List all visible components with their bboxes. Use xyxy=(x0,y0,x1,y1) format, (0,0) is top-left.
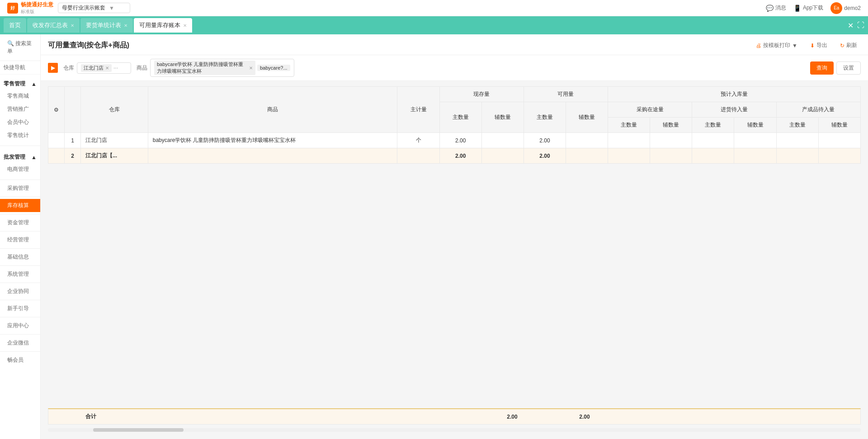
export-label: 导出 xyxy=(816,42,827,49)
content-area: 可用量查询(按仓库+商品) 🖨 按模板打印 ▼ ⬇ 导出 ↻ 刷新 ▶ xyxy=(41,34,868,439)
sidebar-item-marketing[interactable]: 营销推广 xyxy=(0,103,40,116)
warehouse-tag: 江北门店 ✕ xyxy=(81,64,112,72)
refresh-icon: ↻ xyxy=(840,42,844,49)
sidebar-search-area: 🔍 搜索菜单 xyxy=(0,34,40,61)
subtotal-stock-aux xyxy=(481,148,524,164)
sidebar-item-finance[interactable]: 资金管理 xyxy=(0,216,40,229)
product-extra-text: babycare?... xyxy=(260,65,288,71)
th-in-main: 主数量 xyxy=(692,118,734,133)
sidebar-item-newbie[interactable]: 新手引导 xyxy=(0,302,40,315)
divider-1 xyxy=(0,146,40,146)
query-btn[interactable]: 查询 xyxy=(810,61,834,75)
total-avail-main: 2.00 xyxy=(566,414,603,420)
print-label: 按模板打印 xyxy=(763,42,790,49)
print-icon: 🖨 xyxy=(756,42,761,49)
enterprise-select[interactable]: 母婴行业演示账套 ▼ xyxy=(58,3,130,13)
print-dropdown-icon: ▼ xyxy=(792,42,797,49)
nav-expand-btn[interactable]: ⛶ xyxy=(857,21,864,29)
sidebar-item-enterprise[interactable]: 企业协同 xyxy=(0,285,40,298)
th-prod-aux: 辅数量 xyxy=(818,118,860,133)
sidebar-item-appstore[interactable]: 应用中心 xyxy=(0,319,40,332)
filter-warehouse-field: 仓库 江北门店 ✕ ··· xyxy=(63,62,131,74)
divider-9 xyxy=(0,300,40,300)
sidebar-item-wecom[interactable]: 企业微信 xyxy=(0,336,40,349)
sidebar-item-retail-stats[interactable]: 零售统计 xyxy=(0,129,40,142)
table-total-row: 合计 2.00 2.00 xyxy=(48,408,861,425)
filter-expand-btn[interactable]: ▶ xyxy=(48,63,58,73)
sidebar-quick-nav[interactable]: 快捷导航 xyxy=(0,61,40,75)
th-product-incoming: 产成品待入量 xyxy=(776,102,860,118)
tab-receive-summary[interactable]: 收发存汇总表 ✕ xyxy=(27,18,80,33)
warehouse-tag-remove[interactable]: ✕ xyxy=(105,66,109,71)
sidebar-item-inventory[interactable]: 库存核算 xyxy=(0,199,40,212)
app-icon: 📱 xyxy=(793,5,801,12)
cell-pur-on-aux xyxy=(650,133,692,148)
sidebar-wholesale-title[interactable]: 批发管理 ▲ xyxy=(0,150,40,163)
sidebar-item-ecommerce[interactable]: 电商管理 xyxy=(0,163,40,176)
logo-icon: 好 xyxy=(7,3,18,14)
top-bar: 好 畅捷通好生意 标准版 母婴行业演示账套 ▼ 💬 消息 📱 App下载 Ea … xyxy=(0,0,868,16)
scroll-thumb[interactable] xyxy=(93,428,184,432)
tab-order-stats[interactable]: 要货单统计表 ✕ xyxy=(80,18,133,33)
refresh-btn[interactable]: ↻ 刷新 xyxy=(836,40,861,51)
cell-stock-main: 2.00 xyxy=(439,133,481,148)
th-warehouse: 仓库 xyxy=(81,87,148,133)
tab-available-label: 可用量库存账本 xyxy=(139,21,180,29)
message-btn[interactable]: 💬 消息 xyxy=(766,4,786,12)
th-stock-group: 现存量 xyxy=(439,87,524,102)
subtotal-avail-aux xyxy=(566,148,608,164)
subtotal-pur-on-aux xyxy=(650,148,692,164)
th-no xyxy=(65,87,81,133)
quick-nav-label: 快捷导航 xyxy=(4,64,25,71)
cell-avail-aux xyxy=(566,133,608,148)
app-download-btn[interactable]: 📱 App下载 xyxy=(793,4,823,12)
page-actions: 🖨 按模板打印 ▼ ⬇ 导出 ↻ 刷新 xyxy=(752,40,861,51)
nav-tabs: 首页 收发存汇总表 ✕ 要货单统计表 ✕ 可用量库存账本 ✕ ✕ ⛶ xyxy=(0,16,868,34)
tab-home[interactable]: 首页 xyxy=(4,18,26,33)
cell-avail-main: 2.00 xyxy=(524,133,566,148)
sidebar-item-purchase[interactable]: 采购管理 xyxy=(0,182,40,195)
th-pur-aux: 辅数量 xyxy=(650,118,692,133)
th-prod-main: 主数量 xyxy=(776,118,818,133)
divider-7 xyxy=(0,265,40,266)
sidebar-item-business[interactable]: 经营管理 xyxy=(0,233,40,246)
user-area[interactable]: Ea demo2 xyxy=(830,2,861,14)
export-btn[interactable]: ⬇ 导出 xyxy=(807,40,831,51)
divider-8 xyxy=(0,283,40,283)
cell-pur-on-main xyxy=(608,133,650,148)
subtotal-prod-in-main xyxy=(776,148,818,164)
warehouse-ellipsis: ··· xyxy=(113,65,118,71)
warehouse-input[interactable]: 江北门店 ✕ ··· xyxy=(77,62,131,74)
print-btn[interactable]: 🖨 按模板打印 ▼ xyxy=(752,40,801,51)
tab-available-close[interactable]: ✕ xyxy=(183,23,187,28)
tab-available-stock[interactable]: 可用量库存账本 ✕ xyxy=(134,18,192,33)
divider-12 xyxy=(0,351,40,352)
sidebar-item-basic[interactable]: 基础信息 xyxy=(0,250,40,264)
th-stock-main: 主数量 xyxy=(439,102,481,133)
sidebar: 🔍 搜索菜单 快捷导航 零售管理 ▲ 零售商城 营销推广 会员中心 零售统计 批… xyxy=(0,34,41,439)
sidebar-item-member-center[interactable]: 会员中心 xyxy=(0,116,40,129)
scroll-track[interactable] xyxy=(48,428,861,432)
product-input[interactable]: babycare学饮杯 儿童防摔防撞吸管杯重力球吸嘴杯宝宝水杯 ✕ babyca… xyxy=(150,59,294,77)
tab-order-close[interactable]: ✕ xyxy=(124,23,127,28)
sidebar-section-retail: 零售管理 ▲ 零售商城 营销推广 会员中心 零售统计 xyxy=(0,75,40,144)
tab-receive-close[interactable]: ✕ xyxy=(71,23,74,28)
filter-product-field: 商品 babycare学饮杯 儿童防摔防撞吸管杯重力球吸嘴杯宝宝水杯 ✕ bab… xyxy=(137,59,294,77)
th-main-unit: 主计量 xyxy=(397,87,439,133)
warehouse-tag-text: 江北门店 xyxy=(84,65,104,71)
nav-close-btn[interactable]: ✕ xyxy=(848,21,854,30)
subtotal-avail-main: 2.00 xyxy=(524,148,566,164)
product-tag-remove[interactable]: ✕ xyxy=(249,66,253,71)
sidebar-item-retail-shop[interactable]: 零售商城 xyxy=(0,90,40,103)
logo-title: 畅捷通好生意 xyxy=(21,1,53,9)
page-header: 可用量查询(按仓库+商品) 🖨 按模板打印 ▼ ⬇ 导出 ↻ 刷新 xyxy=(41,34,868,55)
sidebar-item-system[interactable]: 系统管理 xyxy=(0,268,40,281)
subtotal-prod-in-aux xyxy=(818,148,860,164)
sidebar-item-member[interactable]: 畅会员 xyxy=(0,354,40,367)
th-product: 商品 xyxy=(148,87,397,133)
settings-btn[interactable]: 设置 xyxy=(836,61,861,75)
table-spacer xyxy=(48,164,861,408)
sidebar-retail-title[interactable]: 零售管理 ▲ xyxy=(0,76,40,90)
sidebar-search[interactable]: 🔍 搜索菜单 xyxy=(4,38,37,57)
wholesale-arrow: ▲ xyxy=(31,154,37,160)
